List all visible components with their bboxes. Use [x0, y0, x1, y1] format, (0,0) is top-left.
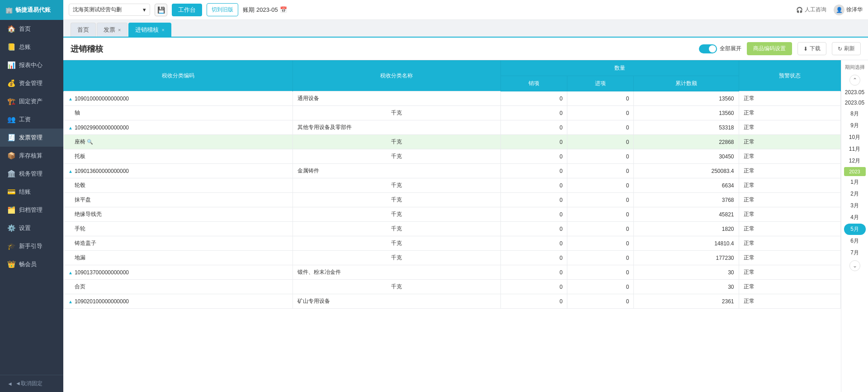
close-reconciliation-tab[interactable]: × — [161, 27, 164, 33]
page-actions: 全部展开 商品编码设置 ⬇ 下载 ↻ 刷新 — [699, 42, 861, 55]
cell-sales: 0 — [501, 178, 567, 193]
cell-sales: 0 — [501, 106, 567, 120]
tab-reconciliation[interactable]: 进销稽核 × — [128, 23, 171, 37]
expand-icon[interactable]: ▲ — [68, 169, 73, 174]
table-container[interactable]: 税收分类编码 税收分类名称 数量 预警状态 销项 进项 累计数额 — [63, 60, 841, 392]
sidebar-item-invoices[interactable]: 🧾 发票管理 — [0, 129, 63, 147]
expand-icon[interactable]: ▲ — [68, 299, 73, 304]
cell-purchase: 0 — [567, 164, 634, 178]
product-code-button[interactable]: 商品编码设置 — [747, 42, 792, 55]
user-name: 徐泽华 — [846, 6, 863, 14]
topbar-right: 🎧 人工咨询 👤 徐泽华 — [796, 5, 863, 15]
period-item[interactable]: 12月 — [844, 155, 866, 167]
period-item[interactable]: 2月 — [844, 188, 866, 200]
workbench-button[interactable]: 工作台 — [172, 4, 202, 16]
close-invoices-tab[interactable]: × — [118, 27, 121, 33]
sidebar-item-ledger[interactable]: 📒 总账 — [0, 38, 63, 56]
company-selector[interactable]: 沈海英测试经营勾删 ▾ — [69, 4, 150, 16]
period-item[interactable]: 3月 — [844, 200, 866, 211]
period-item[interactable]: 2023.05 — [844, 98, 866, 108]
cell-purchase: 0 — [567, 222, 634, 236]
cell-sales: 0 — [501, 120, 567, 135]
cell-sales: 0 — [501, 164, 567, 178]
toggle-all: 全部展开 — [699, 44, 741, 53]
cell-purchase: 0 — [567, 91, 634, 106]
period-nav-up[interactable]: ⌃ — [849, 75, 860, 86]
expand-icon[interactable]: ▲ — [68, 270, 73, 275]
cell-cumulative: 53318 — [634, 120, 739, 135]
sidebar-item-payroll[interactable]: 👥 工资 — [0, 110, 63, 129]
support-button[interactable]: 🎧 人工咨询 — [796, 6, 826, 14]
period-label: 账期 — [243, 6, 255, 14]
period-item[interactable]: 5月 — [844, 224, 866, 235]
cell-unit: 千克 — [292, 178, 501, 193]
invoices-icon: 🧾 — [7, 134, 15, 142]
expand-icon[interactable]: ▲ — [68, 125, 73, 130]
switch-version-button[interactable]: 切到旧版 — [207, 3, 238, 16]
toggle-label: 全部展开 — [720, 45, 741, 53]
cell-sales: 0 — [501, 222, 567, 236]
save-button[interactable]: 💾 — [155, 4, 167, 16]
sidebar-item-label: 结账 — [19, 188, 31, 196]
cell-code: 轴 — [64, 106, 293, 120]
cell-code: ▲109020100000000000 — [64, 294, 293, 309]
sidebar-item-settlement[interactable]: 💳 结账 — [0, 183, 63, 201]
cell-code: 座椅 🔍 — [64, 135, 293, 149]
sidebar-item-funds[interactable]: 💰 资金管理 — [0, 74, 63, 92]
calendar-icon[interactable]: 📅 — [280, 6, 287, 13]
cell-warning: 正常 — [739, 251, 840, 265]
sidebar-item-archive[interactable]: 🗂️ 归档管理 — [0, 201, 63, 219]
period-item[interactable]: 2023 — [844, 167, 866, 176]
sidebar-item-settings[interactable]: ⚙️ 设置 — [0, 219, 63, 237]
pin-label: ◄取消固定 — [15, 380, 42, 387]
sidebar-item-tax[interactable]: 🏛️ 税务管理 — [0, 165, 63, 183]
user-menu[interactable]: 👤 徐泽华 — [834, 5, 863, 15]
cell-cumulative: 30 — [634, 280, 739, 294]
cell-code: 绝缘导线壳 — [64, 207, 293, 222]
cell-cumulative: 3768 — [634, 193, 739, 207]
period-item[interactable]: 1月 — [844, 177, 866, 188]
logo-icon: 🏢 — [5, 7, 13, 14]
refresh-icon: ↻ — [838, 46, 842, 52]
expand-toggle[interactable] — [699, 44, 717, 53]
sidebar-item-reports[interactable]: 📊 报表中心 — [0, 56, 63, 74]
tab-invoices[interactable]: 发票 × — [97, 23, 127, 37]
cell-warning: 正常 — [739, 135, 840, 149]
period-item[interactable]: 7月 — [844, 247, 866, 258]
cell-cumulative: 14810.4 — [634, 236, 739, 251]
cell-sales: 0 — [501, 251, 567, 265]
payroll-icon: 👥 — [7, 115, 15, 124]
period-nav-down[interactable]: ⌄ — [849, 260, 860, 271]
period-item[interactable]: 2023.05 — [844, 87, 866, 97]
period-item[interactable]: 8月 — [844, 108, 866, 120]
tab-home[interactable]: 首页 — [71, 23, 96, 37]
cell-code: 轮毂 — [64, 178, 293, 193]
guide-icon: 🎓 — [7, 242, 15, 250]
cell-code: ▲109010000000000000 — [64, 91, 293, 106]
page-header: 进销稽核 全部展开 商品编码设置 ⬇ 下载 ↻ 刷新 — [63, 38, 868, 60]
sidebar-item-home[interactable]: 🏠 首页 — [0, 20, 63, 38]
period-item[interactable]: 6月 — [844, 235, 866, 247]
col-cumulative: 累计数额 — [634, 76, 739, 91]
sidebar-item-inventory[interactable]: 📦 库存核算 — [0, 147, 63, 165]
sidebar-item-fixed-assets[interactable]: 🏗️ 固定资产 — [0, 92, 63, 110]
cell-cumulative: 45821 — [634, 207, 739, 222]
sidebar-pin-toggle[interactable]: ◄ ◄取消固定 — [0, 375, 63, 392]
logo-text: 畅捷通易代账 — [15, 6, 51, 14]
headset-icon: 🎧 — [796, 7, 803, 13]
refresh-button[interactable]: ↻ 刷新 — [832, 42, 861, 55]
cell-sales: 0 — [501, 294, 567, 309]
download-button[interactable]: ⬇ 下载 — [797, 42, 826, 55]
period-item[interactable]: 9月 — [844, 120, 866, 131]
expand-icon[interactable]: ▲ — [68, 96, 73, 101]
sidebar-item-vip[interactable]: 👑 畅会员 — [0, 255, 63, 273]
avatar: 👤 — [834, 5, 844, 15]
sidebar-item-guide[interactable]: 🎓 新手引导 — [0, 237, 63, 255]
period-item[interactable]: 11月 — [844, 143, 866, 155]
cell-cumulative: 177230 — [634, 251, 739, 265]
tabbar: 首页 发票 × 进销稽核 × — [63, 20, 868, 37]
cell-cumulative: 13560 — [634, 106, 739, 120]
period-item[interactable]: 4月 — [844, 212, 866, 223]
search-icon[interactable]: 🔍 — [87, 139, 93, 144]
period-item[interactable]: 10月 — [844, 132, 866, 143]
